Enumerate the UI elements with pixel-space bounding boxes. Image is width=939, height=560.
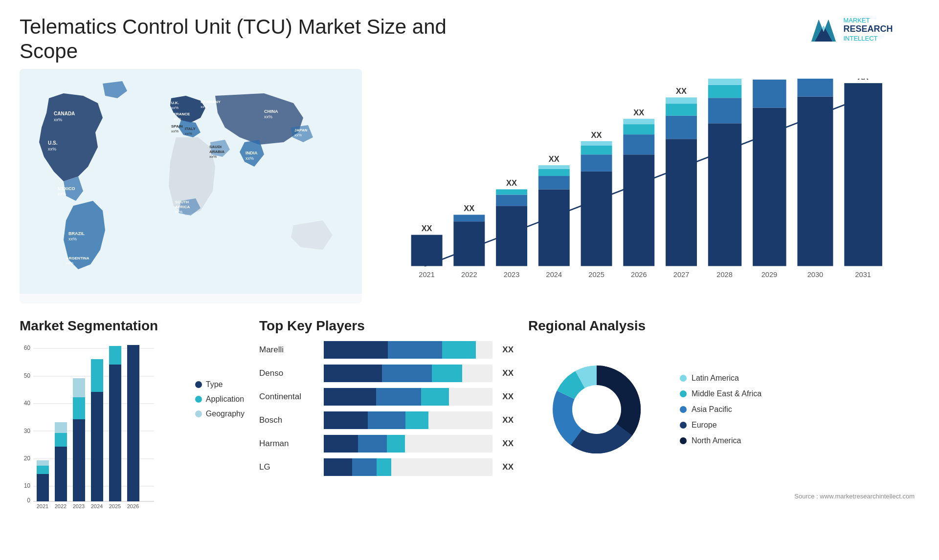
- logo-text: MARKET RESEARCH INTELLECT: [843, 17, 893, 43]
- svg-text:xx%: xx%: [58, 192, 66, 196]
- svg-text:JAPAN: JAPAN: [294, 128, 308, 132]
- svg-rect-44: [496, 194, 527, 206]
- bottom-row: Market Segmentation 60 50 40 30 20 10 0: [20, 313, 919, 538]
- player-bar-marelli: [324, 341, 492, 359]
- svg-rect-68: [666, 104, 697, 116]
- svg-rect-79: [753, 80, 786, 108]
- bar-chart-svg: XX 2021 XX 2022 XX 2023: [386, 79, 905, 284]
- svg-text:2022: 2022: [461, 271, 477, 279]
- svg-text:SPAIN: SPAIN: [171, 124, 183, 129]
- svg-text:2021: 2021: [37, 503, 48, 509]
- svg-text:xx%: xx%: [201, 105, 208, 109]
- player-bar-bosch: [324, 411, 492, 429]
- svg-rect-104: [37, 474, 49, 501]
- player-bar-denso: [324, 365, 492, 382]
- svg-text:ARABIA: ARABIA: [209, 150, 224, 154]
- legend-geography: Geography: [195, 409, 245, 418]
- svg-rect-86: [844, 83, 882, 266]
- svg-rect-73: [708, 98, 741, 123]
- svg-rect-83: [797, 79, 833, 97]
- svg-text:2026: 2026: [631, 271, 647, 279]
- legend-mea: Middle East & Africa: [680, 389, 761, 398]
- svg-rect-112: [73, 419, 85, 501]
- svg-text:XX: XX: [591, 130, 602, 139]
- svg-text:xx%: xx%: [246, 156, 254, 161]
- svg-text:xx%: xx%: [185, 131, 192, 136]
- svg-rect-45: [496, 189, 527, 194]
- regional-analysis-section: Regional Analysis: [528, 313, 919, 538]
- svg-rect-106: [37, 460, 49, 466]
- svg-text:50: 50: [24, 372, 31, 379]
- svg-text:40: 40: [24, 400, 31, 407]
- svg-text:2030: 2030: [807, 271, 823, 279]
- legend-dot-geography: [195, 410, 202, 417]
- donut-chart: [528, 341, 665, 478]
- player-row-lg: LG XX: [259, 458, 514, 476]
- legend-dot-application: [195, 396, 202, 403]
- dot-mea: [680, 390, 687, 397]
- player-row-marelli: Marelli XX: [259, 341, 514, 359]
- legend-dot-type: [195, 381, 202, 388]
- svg-rect-69: [666, 97, 697, 104]
- svg-text:2027: 2027: [673, 271, 689, 279]
- market-segmentation-section: Market Segmentation 60 50 40 30 20 10 0: [20, 313, 245, 538]
- main-content: CANADA xx% U.S. xx% MEXICO xx% BRAZIL xx…: [0, 69, 939, 538]
- svg-text:xx%: xx%: [171, 129, 179, 133]
- svg-rect-62: [623, 124, 654, 134]
- svg-rect-50: [538, 169, 570, 176]
- segmentation-chart: 60 50 40 30 20 10 0: [20, 341, 185, 514]
- svg-rect-119: [109, 365, 121, 501]
- players-list: Marelli XX Denso: [259, 341, 514, 476]
- svg-rect-39: [453, 221, 485, 266]
- legend-type: Type: [195, 380, 245, 389]
- world-map: CANADA xx% U.S. xx% MEXICO xx% BRAZIL xx…: [20, 69, 362, 303]
- svg-rect-110: [55, 422, 67, 433]
- svg-text:SAUDI: SAUDI: [209, 145, 222, 149]
- svg-text:CHINA: CHINA: [264, 109, 278, 114]
- dot-ap: [680, 406, 687, 413]
- svg-text:xx%: xx%: [209, 154, 217, 159]
- svg-rect-63: [623, 119, 654, 124]
- svg-text:XX: XX: [464, 204, 474, 213]
- brand-icon: [809, 15, 838, 44]
- svg-rect-43: [496, 206, 527, 266]
- svg-rect-78: [753, 108, 786, 266]
- svg-text:XX: XX: [549, 154, 559, 163]
- svg-rect-55: [581, 154, 612, 172]
- svg-text:60: 60: [24, 345, 31, 351]
- page-title: Telematics Control Unit (TCU) Market Siz…: [20, 15, 460, 64]
- svg-text:XX: XX: [506, 178, 517, 187]
- svg-rect-66: [666, 139, 697, 266]
- svg-text:30: 30: [24, 428, 31, 434]
- svg-text:SOUTH: SOUTH: [175, 200, 189, 204]
- regional-title: Regional Analysis: [528, 318, 919, 334]
- svg-rect-54: [581, 172, 612, 266]
- svg-rect-122: [127, 345, 139, 501]
- svg-text:FRANCE: FRANCE: [174, 112, 190, 116]
- logo-box: MARKET RESEARCH INTELLECT: [809, 15, 893, 44]
- player-row-continental: Continental XX: [259, 388, 514, 406]
- dot-na: [680, 437, 687, 444]
- svg-text:0: 0: [27, 497, 30, 504]
- svg-rect-114: [73, 378, 85, 397]
- svg-text:2025: 2025: [109, 503, 121, 509]
- player-bar-lg: [324, 458, 492, 476]
- svg-text:ITALY: ITALY: [185, 127, 196, 131]
- svg-text:U.S.: U.S.: [48, 140, 58, 146]
- svg-text:xx%: xx%: [171, 106, 179, 110]
- player-bar-harman: [324, 435, 492, 452]
- svg-text:2023: 2023: [504, 271, 519, 279]
- svg-text:2023: 2023: [73, 503, 85, 509]
- svg-point-124: [572, 385, 621, 434]
- svg-text:2025: 2025: [588, 271, 604, 279]
- svg-text:XX: XX: [858, 79, 869, 81]
- svg-text:2029: 2029: [761, 271, 777, 279]
- svg-text:xx%: xx%: [66, 261, 73, 265]
- svg-text:2028: 2028: [716, 271, 732, 279]
- svg-rect-61: [623, 134, 654, 154]
- legend-latin-america: Latin America: [680, 374, 761, 383]
- svg-rect-75: [708, 79, 741, 85]
- svg-text:xx%: xx%: [174, 117, 181, 121]
- svg-rect-120: [109, 346, 121, 365]
- player-row-harman: Harman XX: [259, 435, 514, 452]
